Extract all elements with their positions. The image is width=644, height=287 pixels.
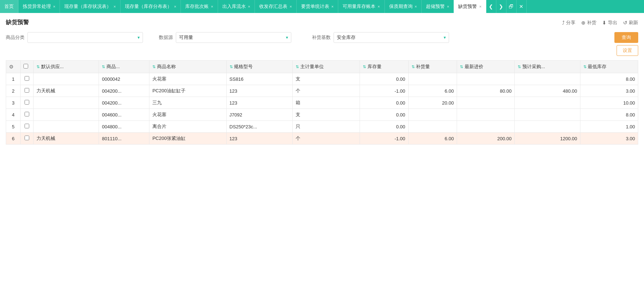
col-supplier[interactable]: ⇅ 默认供应... [34, 61, 99, 73]
row-stock-6: -1.00 [360, 133, 408, 145]
column-settings-icon[interactable]: ⚙ [9, 64, 14, 70]
header-actions: ⤴ 分享 ⊕ 补货 ⬇ 导出 ↺ 刷新 [562, 19, 638, 26]
row-replenish-4 [408, 109, 457, 121]
row-replenish-6: 6.00 [408, 133, 457, 145]
tab-prev-btn[interactable]: ❮ [486, 0, 496, 13]
close-all-icon: ✕ [519, 4, 523, 9]
col-spec[interactable]: ⇅ 规格型号 [226, 61, 293, 73]
row-checkbox-2[interactable] [25, 88, 29, 93]
row-latest-price-5 [457, 121, 515, 133]
sort-price-icon: ⇅ [460, 65, 463, 69]
tab-recv[interactable]: 收发存汇总表 × [255, 0, 296, 13]
row-est-purchase-2: 480.00 [515, 85, 580, 97]
col-check[interactable] [21, 61, 34, 73]
tab-home[interactable]: 首页 [0, 0, 18, 13]
col-min-stock-label: 最低库存 [588, 64, 606, 69]
refresh-label: 刷新 [629, 19, 638, 26]
row-check-3[interactable] [21, 97, 34, 109]
tab-avail-close[interactable]: × [378, 4, 380, 9]
col-latest-price[interactable]: ⇅ 最新进价 [457, 61, 515, 73]
tab-abnormal-close[interactable]: × [53, 4, 55, 9]
col-gear[interactable]: ⚙ [6, 61, 21, 73]
col-code[interactable]: ⇅ 商品... [99, 61, 149, 73]
tab-shortage[interactable]: 缺货预警 × [454, 0, 486, 13]
tab-recv-close[interactable]: × [290, 4, 292, 9]
tab-close-all-btn[interactable]: ✕ [517, 0, 527, 13]
tab-inout-close[interactable]: × [248, 4, 250, 9]
row-stock-5: 0.00 [360, 121, 408, 133]
row-unit-3: 箱 [293, 97, 360, 109]
row-latest-price-2: 80.00 [457, 85, 515, 97]
row-checkbox-5[interactable] [25, 124, 29, 128]
tab-stock-dist[interactable]: 现存量（库存分布表） × [121, 0, 181, 13]
settings-button[interactable]: 设置 [617, 45, 638, 56]
col-replenish-label: 补货量 [416, 64, 430, 69]
replenish-icon: ⊕ [581, 20, 586, 26]
tab-stock-status-label: 现存量（库存状况表） [64, 3, 111, 10]
category-chevron-icon: ▾ [138, 35, 140, 40]
row-checkbox-4[interactable] [25, 112, 29, 116]
query-button[interactable]: 查询 [614, 32, 638, 43]
row-code-3: 004200... [99, 97, 149, 109]
tab-stock-status[interactable]: 现存量（库存状况表） × [60, 0, 120, 13]
row-check-1[interactable] [21, 73, 34, 85]
tab-restore-btn[interactable]: 🗗 [506, 0, 517, 13]
col-name[interactable]: ⇅ 商品名称 [149, 61, 226, 73]
row-unit-4: 支 [293, 109, 360, 121]
tab-expiry-close[interactable]: × [415, 4, 417, 9]
replenish-base-select[interactable]: 安全库存 ▾ [334, 32, 449, 43]
row-latest-price-6: 200.00 [457, 133, 515, 145]
export-label: 导出 [608, 19, 617, 26]
row-min-stock-6: 3.00 [580, 133, 638, 145]
next-icon: ❯ [499, 4, 503, 9]
tab-overstock[interactable]: 超储预警 × [422, 0, 454, 13]
row-supplier-1 [34, 73, 99, 85]
col-supplier-label: 默认供应... [41, 64, 64, 69]
row-check-5[interactable] [21, 121, 34, 133]
row-spec-1: SS816 [226, 73, 293, 85]
tab-inout[interactable]: 出入库流水 × [218, 0, 255, 13]
replenish-button[interactable]: ⊕ 补货 [581, 19, 596, 26]
col-stock[interactable]: ⇅ 库存量 [360, 61, 408, 73]
row-supplier-2: 力天机械 [34, 85, 99, 97]
col-replenish[interactable]: ⇅ 补货量 [408, 61, 457, 73]
row-supplier-6: 力天机械 [34, 133, 99, 145]
tab-expiry[interactable]: 保质期查询 × [385, 0, 422, 13]
tab-overstock-label: 超储预警 [426, 3, 445, 10]
row-check-2[interactable] [21, 85, 34, 97]
col-min-stock[interactable]: ⇅ 最低库存 [580, 61, 638, 73]
row-code-5: 004800... [99, 121, 149, 133]
tab-overstock-close[interactable]: × [447, 4, 449, 9]
refresh-button[interactable]: ↺ 刷新 [623, 19, 638, 26]
share-button[interactable]: ⤴ 分享 [562, 19, 575, 26]
row-supplier-4 [34, 109, 99, 121]
table-row: 5 004800... 离合片 DS250*23c... 只 0.00 1.00 [6, 121, 638, 133]
tab-stock-dist-close[interactable]: × [174, 4, 176, 9]
row-checkbox-3[interactable] [25, 100, 29, 105]
col-est-purchase[interactable]: ⇅ 预计采购... [515, 61, 580, 73]
row-checkbox-1[interactable] [25, 76, 29, 81]
tab-req[interactable]: 要货单统计表 × [297, 0, 338, 13]
export-icon: ⬇ [602, 20, 606, 26]
row-name-1: 火花塞 [149, 73, 226, 85]
tab-batch-close[interactable]: × [211, 4, 213, 9]
tab-req-close[interactable]: × [331, 4, 334, 9]
tab-stock-status-close[interactable]: × [113, 4, 116, 9]
row-stock-4: 0.00 [360, 109, 408, 121]
select-all-checkbox[interactable] [23, 64, 28, 69]
export-button[interactable]: ⬇ 导出 [602, 19, 617, 26]
row-num-2: 2 [6, 85, 21, 97]
row-check-6[interactable] [21, 133, 34, 145]
tab-next-btn[interactable]: ❯ [496, 0, 506, 13]
tab-batch-account[interactable]: 库存批次账 × [181, 0, 218, 13]
datasource-select[interactable]: 可用量 ▾ [176, 32, 291, 43]
tab-shortage-close[interactable]: × [479, 4, 481, 9]
row-check-4[interactable] [21, 109, 34, 121]
share-label: 分享 [566, 19, 575, 26]
row-checkbox-6[interactable] [25, 136, 29, 140]
tab-abnormal[interactable]: 拣货异常处理 × [18, 0, 60, 13]
category-select[interactable]: ▾ [27, 32, 143, 43]
sort-replenish-icon: ⇅ [412, 65, 415, 69]
col-unit[interactable]: ⇅ 主计量单位 [293, 61, 360, 73]
tab-avail[interactable]: 可用量库存账本 × [338, 0, 384, 13]
